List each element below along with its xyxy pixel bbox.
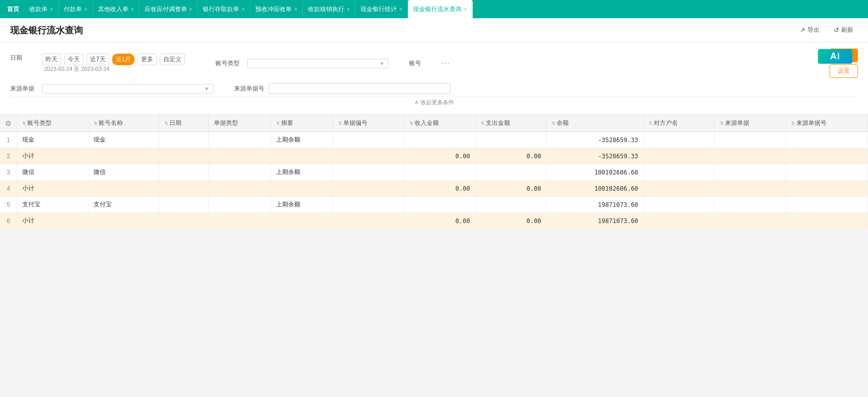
col-account-type[interactable]: ⇅账号类型	[17, 115, 88, 132]
table-cell: 0.00	[404, 148, 476, 164]
filter-row-1: 日期 昨天 今天 近7天 近1月 更多 自定义 2023-02-24 至 202…	[10, 49, 858, 78]
table-cell	[715, 181, 786, 197]
table-cell	[88, 148, 159, 164]
close-icon[interactable]: ×	[464, 7, 467, 12]
table-cell	[644, 148, 715, 164]
settings-button[interactable]: 设置	[830, 64, 858, 78]
page-title: 现金银行流水查询	[10, 24, 83, 36]
account-type-label: 账号类型	[215, 59, 243, 68]
export-icon: ↗	[800, 26, 805, 34]
table-cell	[404, 132, 476, 148]
nav-tab-yushoudan[interactable]: 预收冲应收单 ×	[250, 0, 303, 18]
table-body: 1现金现金上期余额-3528659.332小计0.000.00-3528659.…	[0, 132, 868, 229]
refresh-button[interactable]: ↺ 刷新	[829, 23, 858, 37]
tab-label: 收款单	[29, 5, 48, 14]
col-source-doc[interactable]: ⇅来源单据	[715, 115, 786, 132]
table-cell: 4	[0, 181, 17, 197]
date-range-display: 2023-02-24 至 2023-03-24	[44, 65, 185, 73]
table-cell: -3528659.33	[546, 148, 644, 164]
date-btn-yesterday[interactable]: 昨天	[42, 54, 61, 65]
nav-tab-qitashourudan[interactable]: 其他收入单 ×	[93, 0, 140, 18]
table-cell	[88, 181, 159, 197]
nav-tab-yingshouyingfutiaozhengdan[interactable]: 应收应付调整单 ×	[140, 0, 198, 18]
close-icon[interactable]: ×	[294, 7, 297, 12]
col-gear[interactable]: ⚙	[0, 115, 17, 132]
table-cell	[715, 213, 786, 229]
table-cell	[159, 164, 209, 181]
ai-badge[interactable]: Ai	[818, 49, 852, 64]
table-cell: 19871073.60	[546, 197, 644, 213]
col-summary[interactable]: ⇅摘要	[271, 115, 333, 132]
close-icon[interactable]: ×	[131, 7, 134, 12]
account-type-filter: 账号类型 ▼	[215, 59, 389, 68]
table-cell: 上期余额	[271, 197, 333, 213]
table-cell	[715, 197, 786, 213]
table-cell	[159, 132, 209, 148]
col-income[interactable]: ⇅收入金额	[404, 115, 476, 132]
table-cell: 现金	[17, 132, 88, 148]
source-doc-select[interactable]: ▼	[42, 84, 214, 94]
close-icon[interactable]: ×	[242, 7, 245, 12]
nav-tab-xianjinyinhangtongji[interactable]: 现金银行统计 ×	[355, 0, 408, 18]
table-cell: 小计	[17, 148, 88, 164]
export-button[interactable]: ↗ 导出	[795, 23, 824, 37]
collapse-bar[interactable]: ∧ 收起更多条件	[10, 96, 858, 108]
table-cell: 小计	[17, 181, 88, 197]
account-type-select[interactable]: ▼	[247, 59, 389, 68]
table-cell	[271, 181, 333, 197]
nav-tab-fukuandan[interactable]: 付款单 ×	[59, 0, 93, 18]
table-cell	[786, 181, 867, 197]
table-cell	[333, 148, 404, 164]
source-doc-no-input[interactable]	[268, 83, 450, 94]
table-cell	[88, 213, 159, 229]
table-cell	[715, 164, 786, 181]
table-cell: 1	[0, 132, 17, 148]
table-cell	[404, 164, 476, 181]
table-cell: 19871073.60	[546, 213, 644, 229]
close-icon[interactable]: ×	[84, 7, 87, 12]
close-icon[interactable]: ×	[50, 7, 53, 12]
table-cell: 100102606.60	[546, 164, 644, 181]
table-row: 4小计0.000.00100102606.60	[0, 181, 868, 197]
col-date[interactable]: ⇅日期	[159, 115, 209, 132]
table-cell	[333, 181, 404, 197]
close-icon[interactable]: ×	[190, 7, 193, 12]
date-btn-7days[interactable]: 近7天	[86, 54, 109, 65]
date-label: 日期	[10, 54, 38, 62]
tab-label: 其他收入单	[98, 5, 128, 14]
source-doc-filter: 来源单据 ▼	[10, 84, 214, 94]
table-row: 6小计0.000.0019871073.60	[0, 213, 868, 229]
col-balance[interactable]: ⇅余额	[546, 115, 644, 132]
table-cell: 0.00	[475, 213, 546, 229]
ai-label: Ai	[830, 51, 840, 62]
date-btn-today[interactable]: 今天	[64, 54, 83, 65]
close-icon[interactable]: ×	[399, 7, 402, 12]
account-dots-button[interactable]: ···	[441, 59, 450, 68]
col-account-name[interactable]: ⇅账号名称	[88, 115, 159, 132]
date-btn-more[interactable]: 更多	[138, 54, 157, 65]
table-row: 1现金现金上期余额-3528659.33	[0, 132, 868, 148]
col-source-doc-no[interactable]: ⇅来源单据号	[786, 115, 867, 132]
col-doc-no[interactable]: ⇅单据编号	[333, 115, 404, 132]
table-cell	[333, 164, 404, 181]
col-expense[interactable]: ⇅支出金额	[475, 115, 546, 132]
account-label: 账号	[409, 59, 437, 68]
table-cell	[715, 132, 786, 148]
nav-tab-xianjinyinhangliu[interactable]: 现金银行流水查询 ×	[408, 0, 473, 18]
table-row: 2小计0.000.00-3528659.33	[0, 148, 868, 164]
nav-home[interactable]: 首页	[2, 0, 24, 18]
col-counterpart[interactable]: ⇅对方户名	[644, 115, 715, 132]
table-cell: 2	[0, 148, 17, 164]
nav-tab-shoukuanzhixing[interactable]: 收款核销执行 ×	[303, 0, 355, 18]
table-cell	[333, 132, 404, 148]
nav-tab-yinhangcunqukuandan[interactable]: 银行存取款单 ×	[198, 0, 250, 18]
table-cell	[209, 164, 271, 181]
close-icon[interactable]: ×	[347, 7, 350, 12]
date-btn-1month[interactable]: 近1月	[112, 54, 135, 65]
table-cell	[644, 213, 715, 229]
nav-tab-shoukuandan[interactable]: 收款单 ×	[24, 0, 59, 18]
date-options-group: 昨天 今天 近7天 近1月 更多 自定义 2023-02-24 至 2023-0…	[42, 54, 185, 73]
date-btn-custom[interactable]: 自定义	[160, 54, 185, 65]
table-cell: 上期余额	[271, 164, 333, 181]
source-doc-no-label: 来源单据号	[234, 84, 264, 93]
